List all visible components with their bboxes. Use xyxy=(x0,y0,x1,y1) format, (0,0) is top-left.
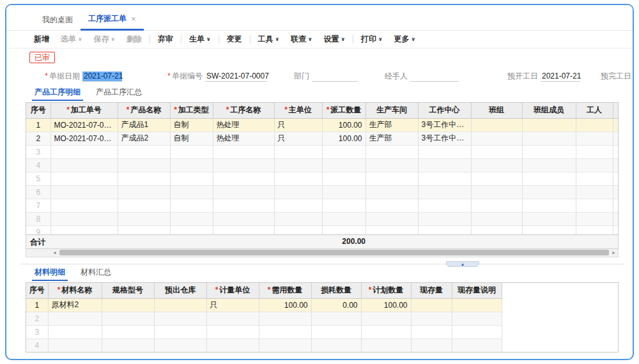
grid-cell[interactable] xyxy=(411,352,452,353)
grid-cell[interactable] xyxy=(366,145,418,158)
grid-cell[interactable]: 自制 xyxy=(170,132,213,145)
grid-row[interactable]: 4 xyxy=(26,158,619,172)
grid-cell[interactable]: 7 xyxy=(26,199,50,212)
grid-cell[interactable] xyxy=(118,145,170,158)
grid-cell[interactable] xyxy=(322,199,366,212)
grid-cell[interactable] xyxy=(50,172,118,185)
grid-cell[interactable] xyxy=(366,172,418,185)
toolbar-item[interactable]: 变更 xyxy=(221,34,248,45)
grid-cell[interactable] xyxy=(613,225,619,235)
grid-row[interactable]: 2 xyxy=(26,312,502,325)
grid-cell[interactable] xyxy=(274,199,322,212)
grid-cell[interactable] xyxy=(576,118,613,132)
grid-cell[interactable] xyxy=(213,158,274,172)
grid-cell[interactable]: MO-2021-07-0002 xyxy=(50,118,118,132)
grid-cell[interactable] xyxy=(418,225,471,235)
grid-cell[interactable] xyxy=(274,172,322,185)
grid-cell[interactable] xyxy=(576,132,613,145)
toolbar-item[interactable]: 生单∨ xyxy=(183,34,217,45)
grid-cell[interactable] xyxy=(613,185,619,199)
grid-cell[interactable] xyxy=(418,212,471,225)
grid-cell[interactable] xyxy=(411,325,452,338)
grid-cell[interactable] xyxy=(452,338,502,352)
grid-cell[interactable] xyxy=(322,185,366,199)
grid-row[interactable]: 7 xyxy=(26,199,619,212)
handler-input[interactable] xyxy=(410,72,459,82)
grid-cell[interactable] xyxy=(411,312,452,325)
grid-cell[interactable]: 8 xyxy=(26,212,50,225)
grid-cell[interactable] xyxy=(50,212,118,225)
grid-cell[interactable] xyxy=(361,312,411,325)
grid-cell[interactable] xyxy=(118,158,170,172)
grid-cell[interactable]: 热处理 xyxy=(213,132,274,145)
grid-cell[interactable] xyxy=(154,298,206,312)
grid-cell[interactable] xyxy=(102,352,154,353)
grid-cell[interactable] xyxy=(206,352,259,353)
grid-cell[interactable] xyxy=(118,199,170,212)
grid-row[interactable]: 8 xyxy=(26,212,619,225)
grid-cell[interactable] xyxy=(102,325,154,338)
close-tab-icon[interactable]: × xyxy=(131,14,136,24)
grid-cell[interactable] xyxy=(259,312,311,325)
grid-cell[interactable] xyxy=(522,158,576,172)
grid-cell[interactable] xyxy=(322,158,366,172)
scroll-right-icon[interactable]: ► xyxy=(610,249,618,256)
grid-cell[interactable] xyxy=(576,225,613,235)
grid-cell[interactable] xyxy=(48,325,102,338)
grid-row[interactable]: 5 xyxy=(26,352,502,353)
grid-cell[interactable] xyxy=(522,145,576,158)
grid-cell[interactable] xyxy=(154,312,206,325)
grid-cell[interactable] xyxy=(471,212,522,225)
grid-cell[interactable] xyxy=(418,158,471,172)
grid-cell[interactable] xyxy=(311,312,361,325)
grid-cell[interactable]: 5 xyxy=(26,172,50,185)
grid-cell[interactable] xyxy=(576,158,613,172)
grid-cell[interactable]: 100.00 xyxy=(259,298,311,312)
grid-cell[interactable] xyxy=(259,352,311,353)
grid-cell[interactable] xyxy=(118,172,170,185)
collapse-handle[interactable]: ▲ xyxy=(446,261,479,267)
grid-cell[interactable] xyxy=(154,352,206,353)
grid-cell[interactable] xyxy=(613,118,619,132)
grid-cell[interactable] xyxy=(170,199,213,212)
grid-cell[interactable] xyxy=(154,338,206,352)
grid-cell[interactable] xyxy=(50,199,118,212)
grid-cell[interactable] xyxy=(576,145,613,158)
grid-cell[interactable]: 只 xyxy=(274,132,322,145)
grid-row[interactable]: 3 xyxy=(26,145,619,158)
grid-cell[interactable] xyxy=(170,172,213,185)
grid-cell[interactable] xyxy=(522,118,576,132)
grid-cell[interactable]: 生产部 xyxy=(366,132,418,145)
grid-cell[interactable] xyxy=(576,185,613,199)
grid-cell[interactable] xyxy=(366,158,418,172)
grid-cell[interactable] xyxy=(576,212,613,225)
grid-cell[interactable] xyxy=(361,352,411,353)
grid-cell[interactable]: 9 xyxy=(26,225,50,235)
grid-cell[interactable] xyxy=(259,338,311,352)
grid-cell[interactable] xyxy=(50,158,118,172)
grid-cell[interactable] xyxy=(274,145,322,158)
grid-cell[interactable] xyxy=(170,185,213,199)
grid-cell[interactable] xyxy=(322,225,366,235)
scroll-left-icon[interactable]: ◄ xyxy=(50,249,59,256)
grid-cell[interactable] xyxy=(50,145,118,158)
grid-cell[interactable] xyxy=(206,338,259,352)
grid-cell[interactable]: 2 xyxy=(26,312,48,325)
horizontal-scrollbar[interactable]: ◄ ► xyxy=(26,249,619,257)
grid-cell[interactable] xyxy=(411,338,452,352)
grid-row[interactable]: 1原材料2只100.000.00100.00 xyxy=(26,298,502,312)
grid-cell[interactable] xyxy=(170,145,213,158)
grid-cell[interactable] xyxy=(206,325,259,338)
grid-cell[interactable] xyxy=(311,325,361,338)
grid-cell[interactable] xyxy=(206,312,259,325)
grid-cell[interactable] xyxy=(322,212,366,225)
grid-cell[interactable]: 产成品1 xyxy=(118,118,170,132)
grid-cell[interactable]: 100.00 xyxy=(322,118,366,132)
grid-cell[interactable] xyxy=(118,185,170,199)
grid-cell[interactable] xyxy=(471,118,522,132)
tab-my-desktop[interactable]: 我的桌面 xyxy=(35,11,81,30)
grid-cell[interactable] xyxy=(452,325,502,338)
grid-cell[interactable] xyxy=(274,212,322,225)
grid-cell[interactable] xyxy=(170,158,213,172)
grid-cell[interactable] xyxy=(213,212,274,225)
